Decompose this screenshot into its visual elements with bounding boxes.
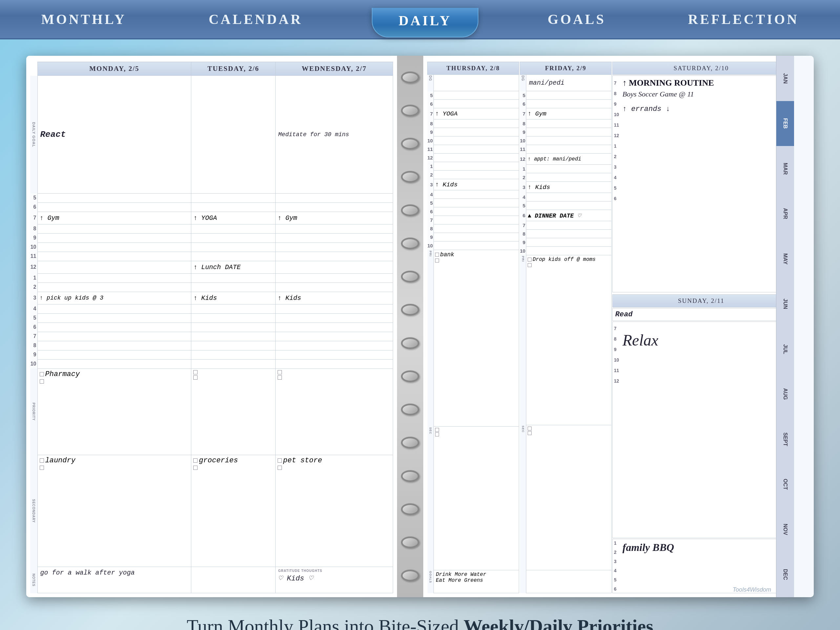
spiral-ring: [401, 570, 419, 581]
month-tab-sept[interactable]: SEPT: [776, 417, 794, 462]
nav-daily[interactable]: DAILY: [372, 8, 479, 38]
spiral-ring: [401, 304, 419, 316]
tuesday-7: ↑ YOGA: [191, 212, 275, 224]
spiral-ring: [401, 503, 419, 515]
right-page: THURSDAY, 2/8 DG 5 6 7↑ YOGA 8 9 10 11 1…: [423, 56, 794, 597]
spiral-ring: [401, 238, 419, 249]
spiral-ring: [401, 271, 419, 283]
nav-calendar[interactable]: CALENDAR: [196, 8, 316, 30]
daily-goal-label: DAILY GOAL: [30, 76, 38, 194]
saturday-header: SATURDAY, 2/10: [612, 62, 790, 75]
notes-label: NOTES: [30, 567, 38, 593]
priority-label: PRIORITY: [30, 368, 38, 455]
monday-header: MONDAY, 2/5: [38, 62, 191, 76]
wednesday-secondary: pet store: [275, 455, 393, 567]
watermark: Tools4Wisdom: [733, 586, 771, 593]
spiral-binding: [397, 56, 423, 597]
errands-text: ↑ errands ↓: [622, 105, 786, 113]
planner-book: MONDAY, 2/5 TUESDAY, 2/6 WEDNESDAY, 2/7 …: [26, 56, 814, 597]
spiral-ring: [401, 204, 419, 216]
main-content: MONDAY, 2/5 TUESDAY, 2/6 WEDNESDAY, 2/7 …: [0, 39, 840, 630]
nav-goals[interactable]: GOALS: [535, 8, 619, 30]
relax-text: Relax: [622, 331, 786, 349]
month-tab-aug[interactable]: AUG: [776, 372, 794, 417]
month-tab-may[interactable]: MAY: [776, 236, 794, 281]
wednesday-header: WEDNESDAY, 2/7: [275, 62, 393, 76]
monday-secondary: laundry: [38, 455, 191, 567]
tuesday-12: ↑ Lunch DATE: [191, 261, 275, 273]
month-tab-dec[interactable]: DEC: [776, 552, 794, 597]
month-tabs: JAN FEB MAR APR MAY JUN JUL AUG SEPT OCT…: [776, 56, 794, 597]
monday-7: ↑ Gym: [38, 212, 191, 224]
monday-3: ↑ pick up kids @ 3: [38, 292, 191, 304]
spiral-ring: [401, 470, 419, 482]
friday-dinner-date: ▲ DINNER DATE ♡: [526, 210, 612, 221]
spiral-ring: [401, 105, 419, 117]
spiral-ring: [401, 138, 419, 150]
friday-column: FRIDAY, 2/9 DGmani/pedi 5 6 7↑ Gym 8 9 1…: [520, 62, 612, 593]
month-tab-apr[interactable]: APR: [776, 191, 794, 237]
month-tab-nov[interactable]: NOV: [776, 507, 794, 552]
month-tab-oct[interactable]: OCT: [776, 462, 794, 507]
sunday-bottom: 1 2 3 4 5 6 family BBQ: [612, 539, 790, 593]
saturday-content: 7 8 9 10 11 12 1 2 3 4 5 6 ↑ MORNI: [612, 76, 790, 292]
spiral-ring: [401, 537, 419, 548]
sunday-goal: Read: [612, 308, 790, 321]
month-tab-mar[interactable]: MAR: [776, 146, 794, 191]
nav-reflection[interactable]: REFLECTION: [675, 8, 812, 30]
left-planner-table: MONDAY, 2/5 TUESDAY, 2/6 WEDNESDAY, 2/7 …: [30, 62, 393, 593]
wednesday-3: ↑ Kids: [275, 292, 393, 304]
month-tab-feb[interactable]: FEB: [776, 101, 794, 146]
tuesday-3: ↑ Kids: [191, 292, 275, 304]
sunday-content: 7 8 9 10 11 12 Relax: [612, 322, 790, 538]
spiral-ring: [401, 171, 419, 183]
sunday-header: SUNDAY, 2/11: [612, 294, 790, 308]
spiral-ring: [401, 371, 419, 382]
month-tab-jun[interactable]: JUN: [776, 281, 794, 327]
monday-notes: go for a walk after yoga: [38, 567, 191, 593]
nav-monthly[interactable]: MONTHLY: [28, 8, 139, 30]
monday-goal: React: [38, 76, 191, 194]
month-tab-jul[interactable]: JUL: [776, 327, 794, 372]
wednesday-goal: Meditate for 30 mins: [275, 76, 393, 194]
friday-table: FRIDAY, 2/9 DGmani/pedi 5 6 7↑ Gym 8 9 1…: [520, 62, 612, 593]
navigation-bar: MONTHLY CALENDAR DAILY GOALS REFLECTION: [0, 0, 840, 39]
morning-routine-text: ↑ MORNING ROUTINE: [622, 79, 786, 88]
spiral-ring: [401, 71, 419, 83]
spiral-ring: [401, 404, 419, 415]
tuesday-secondary: groceries: [191, 455, 275, 567]
thursday-goals: Drink More WaterEat More Greens: [434, 570, 519, 593]
spiral-ring: [401, 337, 419, 349]
friday-header: FRIDAY, 2/9: [520, 62, 612, 75]
boys-soccer-text: Boys Soccer Game @ 11: [622, 90, 786, 98]
secondary-label: SECONDARY: [30, 455, 38, 567]
monday-priority: Pharmacy: [38, 368, 191, 455]
spiral-ring: [401, 437, 419, 448]
wednesday-7: ↑ Gym: [275, 212, 393, 224]
left-page: MONDAY, 2/5 TUESDAY, 2/6 WEDNESDAY, 2/7 …: [26, 56, 397, 597]
weekend-column: SATURDAY, 2/10 7 8 9 10 11 12 1 2 3 4: [612, 62, 790, 593]
family-bbq-text: family BBQ: [622, 542, 786, 553]
tagline: Turn Monthly Plans into Bite-Sized Weekl…: [20, 607, 820, 630]
right-top-section: THURSDAY, 2/8 DG 5 6 7↑ YOGA 8 9 10 11 1…: [427, 62, 790, 593]
thursday-column: THURSDAY, 2/8 DG 5 6 7↑ YOGA 8 9 10 11 1…: [427, 62, 519, 593]
month-tab-jan[interactable]: JAN: [776, 56, 794, 101]
wednesday-gratitude: GRATITUDE THOUGHTS ♡ Kids ♡: [275, 567, 393, 593]
thursday-header: THURSDAY, 2/8: [428, 62, 519, 75]
thursday-table: THURSDAY, 2/8 DG 5 6 7↑ YOGA 8 9 10 11 1…: [427, 62, 519, 593]
tuesday-goal: [191, 76, 275, 194]
tagline-bold: Weekly/Daily Priorities: [464, 616, 653, 630]
tuesday-header: TUESDAY, 2/6: [191, 62, 275, 76]
tagline-normal: Turn Monthly Plans into Bite-Sized: [187, 616, 464, 630]
